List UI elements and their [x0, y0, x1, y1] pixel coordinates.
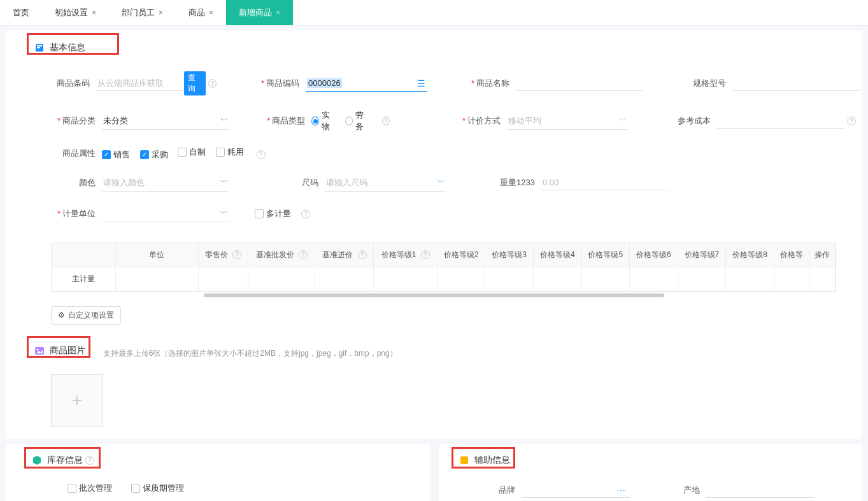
label-unit: 计量单位 — [62, 209, 96, 218]
aux-icon — [459, 455, 469, 465]
section-title-aux: 辅助信息 — [474, 455, 510, 466]
chevron-down-icon: ﹀ — [619, 115, 627, 126]
close-icon[interactable]: × — [92, 8, 96, 17]
section-title-image: 商品图片 — [50, 345, 85, 356]
image-upload-button[interactable]: + — [51, 374, 103, 427]
query-button[interactable]: 查询 — [184, 71, 206, 95]
name-input[interactable] — [516, 76, 643, 91]
th-p1: 价格等级1 ? — [374, 243, 437, 267]
image-icon — [34, 346, 45, 356]
radio-service[interactable]: 劳务 — [345, 109, 369, 132]
help-icon[interactable]: ? — [85, 456, 94, 465]
help-icon[interactable]: ? — [301, 209, 310, 218]
close-icon[interactable]: × — [276, 8, 280, 17]
th-p-more: 价格等 — [774, 243, 809, 267]
tab-init-settings[interactable]: 初始设置× — [42, 0, 109, 25]
label-type: 商品类型 — [272, 116, 305, 125]
h-scrollbar[interactable] — [204, 293, 664, 297]
label-color: 颜色 — [32, 177, 102, 188]
chevron-down-icon: ﹀ — [220, 208, 228, 219]
label-weight: 重量1233 — [484, 177, 541, 188]
refcost-input[interactable] — [717, 113, 844, 129]
basic-info-panel: 基本信息 商品条码 查询 ? *商品编码 0000026 ☰ *商品名称 — [6, 31, 862, 439]
label-barcode: 商品条码 — [32, 78, 96, 89]
pricing-select[interactable]: 移动平均 ﹀ — [507, 113, 628, 130]
chk-shelf[interactable]: 保质期管理 — [131, 483, 184, 494]
aux-panel: 辅助信息 品牌 ··· 产地 税率(%) — [439, 444, 862, 502]
help-icon[interactable]: ? — [257, 150, 266, 159]
chk-selfmade[interactable]: 自制 — [178, 146, 206, 158]
ellipsis-icon[interactable]: ··· — [617, 485, 629, 495]
size-select[interactable]: 请输入尺码 ﹀ — [325, 174, 446, 192]
tab-dept-staff[interactable]: 部门员工× — [109, 0, 176, 25]
radio-physical[interactable]: 实物 — [311, 109, 335, 132]
label-category: 商品分类 — [62, 116, 96, 125]
tab-products[interactable]: 商品× — [176, 0, 226, 25]
spec-input[interactable] — [732, 76, 860, 91]
label-brand: 品牌 — [458, 484, 522, 496]
th-unit: 单位 — [115, 243, 198, 267]
th-wholesale: 基准批发价 ? — [248, 243, 315, 267]
chevron-down-icon: ﹀ — [220, 115, 228, 126]
th-cost: 基准进价 ? — [315, 243, 374, 267]
origin-input[interactable] — [706, 483, 815, 498]
label-name: 商品名称 — [476, 78, 509, 88]
section-title-basic: 基本信息 — [50, 42, 85, 53]
chk-multiunit[interactable]: 多计量 — [255, 208, 291, 220]
th-p5: 价格等级5 — [581, 243, 630, 267]
help-icon[interactable]: ? — [847, 116, 856, 125]
svg-rect-2 — [37, 47, 40, 48]
label-code: 商品编码 — [266, 78, 299, 88]
category-select[interactable]: 未分类 ﹀ — [102, 113, 229, 130]
label-attr: 商品属性 — [32, 148, 102, 159]
tab-new-product[interactable]: 新增商品× — [226, 0, 293, 25]
th-p2: 价格等级2 — [437, 243, 485, 267]
chevron-down-icon: ﹀ — [437, 177, 445, 188]
label-origin: 产地 — [649, 484, 706, 496]
brand-select[interactable]: ··· — [522, 483, 630, 498]
chk-sale[interactable]: 销售 — [102, 149, 130, 160]
chk-batch[interactable]: 批次管理 — [68, 483, 112, 494]
table-row[interactable]: 主计量 — [52, 267, 836, 291]
help-icon[interactable]: ? — [208, 79, 217, 88]
th-retail: 零售价 ? — [198, 243, 248, 267]
section-title-stock: 库存信息 — [47, 455, 83, 466]
close-icon[interactable]: × — [159, 8, 163, 17]
close-icon[interactable]: × — [209, 8, 213, 17]
price-table: 单位 零售价 ? 基准批发价 ? 基准进价 ? 价格等级1 ? 价格等级2 价格… — [51, 243, 836, 292]
th-p4: 价格等级4 — [533, 243, 581, 267]
image-hint: 支持最多上传6张（选择的图片单张大小不超过2MB，支持jpg，jpeg，gif，… — [103, 349, 397, 358]
th-p6: 价格等级6 — [630, 243, 678, 267]
label-refcost: 参考成本 — [647, 115, 717, 127]
tab-bar: 首页 初始设置× 部门员工× 商品× 新增商品× — [0, 0, 868, 25]
tab-home[interactable]: 首页 — [0, 0, 42, 25]
unit-select[interactable]: ﹀ — [102, 206, 229, 222]
weight-input[interactable] — [541, 175, 669, 190]
svg-point-4 — [37, 348, 39, 350]
form-icon — [34, 43, 45, 53]
svg-rect-5 — [460, 456, 468, 464]
svg-rect-1 — [37, 45, 42, 46]
th-action: 操作 — [809, 243, 835, 267]
gear-icon: ⚙ — [58, 311, 65, 320]
chevron-down-icon: ﹀ — [220, 177, 228, 188]
stock-icon — [32, 455, 42, 465]
label-pricing: 计价方式 — [467, 116, 501, 125]
label-size: 尺码 — [255, 177, 325, 188]
label-spec: 规格型号 — [662, 78, 732, 89]
th-p3: 价格等级3 — [485, 243, 534, 267]
chk-consume[interactable]: 耗用 — [216, 146, 244, 158]
th-p7: 价格等级7 — [678, 243, 726, 267]
stock-panel: 库存信息 ? 批次管理 保质期管理 最低库存 最高库存 — [6, 444, 430, 502]
th-p8: 价格等级8 — [726, 243, 774, 267]
code-action-icon[interactable]: ☰ — [417, 78, 425, 88]
help-icon[interactable]: ? — [382, 116, 390, 125]
code-input[interactable]: 0000026 ☰ — [306, 76, 427, 92]
chk-purchase[interactable]: 采购 — [140, 149, 168, 160]
color-select[interactable]: 请输入颜色 ﹀ — [102, 174, 229, 192]
custom-settings-button[interactable]: ⚙ 自定义项设置 — [51, 306, 121, 325]
